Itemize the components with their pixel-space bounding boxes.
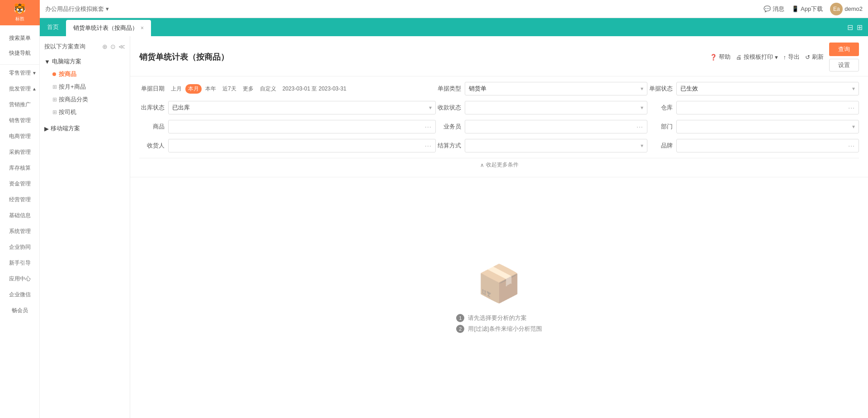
- tab-bar: 首页 销货单统计表（按商品） × ⊟ ⊞: [40, 18, 868, 36]
- sidebar-item-sales[interactable]: 销售管理: [0, 112, 39, 128]
- goods-dots[interactable]: ···: [425, 123, 432, 130]
- filter-receipt-status: 收款状态 ▾: [436, 101, 647, 114]
- collapse-icon: ∧: [480, 162, 484, 168]
- salesperson-control[interactable]: ···: [465, 120, 647, 133]
- dept-control[interactable]: ▾: [676, 120, 859, 133]
- date-tab-7days[interactable]: 近7天: [220, 84, 239, 94]
- sidebar-item-finance[interactable]: 资金管理: [0, 176, 39, 191]
- doc-status-control[interactable]: 已生效 ▾: [676, 82, 859, 95]
- brand-control[interactable]: ···: [676, 139, 859, 152]
- tab-active[interactable]: 销货单统计表（按商品） ×: [66, 20, 151, 36]
- warehouse-control[interactable]: ···: [676, 101, 859, 114]
- doc-type-control[interactable]: 销货单 ▾: [465, 82, 647, 95]
- app-download-label: App下载: [801, 5, 823, 13]
- tabs-right-actions: ⊟ ⊞: [847, 23, 868, 32]
- date-tab-more[interactable]: 更多: [240, 84, 256, 94]
- query-button[interactable]: 查询: [829, 43, 859, 56]
- sidebar-item-newbie[interactable]: 新手引导: [0, 255, 39, 271]
- setting-button[interactable]: 设置: [829, 59, 859, 71]
- tree-mobile-parent[interactable]: ▶ 移动端方案: [40, 122, 130, 135]
- brand-label: 品牌: [647, 142, 673, 150]
- receipt-status-label: 收款状态: [436, 104, 461, 112]
- topbar-right: 💬 消息 📱 App下载 Ea demo2: [764, 3, 863, 15]
- filter-brand: 品牌 ···: [647, 139, 859, 152]
- print-btn[interactable]: 🖨 按模板打印 ▾: [736, 53, 778, 61]
- help-btn[interactable]: ❓ 帮助: [710, 53, 731, 61]
- tree-desktop-parent[interactable]: ▼ 电脑端方案: [40, 55, 130, 68]
- receiver-control[interactable]: ···: [168, 139, 436, 152]
- collapse-panel-icon[interactable]: ≪: [118, 43, 125, 50]
- tab-close-icon[interactable]: ×: [141, 25, 144, 31]
- filter-goods: 商品 ···: [139, 120, 436, 133]
- sidebar-item-wechat[interactable]: 企业微信: [0, 286, 39, 302]
- page-title: 销货单统计表（按商品）: [139, 52, 229, 62]
- tree-driver-icon: ⊞: [52, 109, 57, 115]
- basic-info-label: 基础信息: [9, 212, 31, 219]
- sidebar-search-section: 搜索菜单 快捷导航: [0, 25, 39, 65]
- salesperson-dots[interactable]: ···: [637, 123, 643, 130]
- payment-control[interactable]: ▾: [465, 139, 647, 152]
- export-btn[interactable]: ↑ 导出: [783, 53, 800, 61]
- tree-child-month-goods[interactable]: ⊞ 按月+商品: [40, 81, 130, 93]
- message-icon: 💬: [764, 5, 771, 12]
- sidebar-item-app-center[interactable]: 应用中心: [0, 271, 39, 286]
- topbar: 办公用品行业模拟账套 ▾ 💬 消息 📱 App下载 Ea demo2: [40, 0, 868, 18]
- message-btn[interactable]: 💬 消息: [764, 5, 784, 13]
- app-download-btn[interactable]: 📱 App下载: [792, 5, 823, 13]
- receipt-status-control[interactable]: ▾: [465, 101, 647, 114]
- sidebar-item-operations[interactable]: 经营管理: [0, 191, 39, 207]
- shortcut-nav-label[interactable]: 快捷导航: [0, 45, 39, 60]
- tab-maximize-icon[interactable]: ⊞: [857, 23, 863, 32]
- tree-child-driver[interactable]: ⊞ 按司机: [40, 106, 130, 119]
- refresh-scheme-icon[interactable]: ⊙: [110, 43, 116, 50]
- add-scheme-icon[interactable]: ⊕: [102, 43, 108, 50]
- doc-status-value: 已生效: [680, 85, 852, 93]
- sidebar-item-member[interactable]: 畅会员: [0, 302, 39, 318]
- user-profile[interactable]: Ea demo2: [830, 3, 863, 15]
- sidebar-item-ecommerce[interactable]: 电商管理: [0, 128, 39, 144]
- inventory-label: 库存核算: [9, 164, 31, 172]
- sidebar-item-inventory[interactable]: 库存核算: [0, 160, 39, 176]
- active-dot: [52, 72, 56, 76]
- sidebar-item-retail[interactable]: 零售管理 ▼: [0, 65, 39, 81]
- sidebar-item-system[interactable]: 系统管理: [0, 223, 39, 239]
- collapse-bar[interactable]: ∧ 收起更多条件: [139, 158, 859, 171]
- sidebar-item-basic-info[interactable]: 基础信息: [0, 207, 39, 223]
- retail-label: 零售管理: [9, 69, 31, 77]
- hint-num-2: 2: [456, 325, 464, 333]
- date-tab-this-year[interactable]: 本年: [203, 84, 219, 94]
- refresh-btn[interactable]: ↺ 刷新: [805, 53, 824, 61]
- page-header-actions: ❓ 帮助 🖨 按模板打印 ▾ ↑ 导出 ↺ 刷新: [710, 43, 859, 71]
- sidebar-item-wholesale[interactable]: 批发管理 ▲: [0, 81, 39, 96]
- member-label: 畅会员: [12, 307, 28, 314]
- sidebar-item-marketing[interactable]: 营销推广: [0, 96, 39, 112]
- message-label: 消息: [773, 5, 784, 13]
- tree-mobile-expand-icon: ▶: [44, 125, 49, 132]
- tree-child-goods-category[interactable]: ⊞ 按商品分类: [40, 93, 130, 106]
- warehouse-label: 仓库: [647, 104, 673, 112]
- search-menu-label[interactable]: 搜索菜单: [0, 30, 39, 45]
- filter-row-2: 出库状态 已出库 ▾ 收款状态 ▾ 仓库: [139, 101, 859, 114]
- industry-selector[interactable]: 办公用品行业模拟账套 ▾: [45, 5, 109, 13]
- sidebar-logo: 🐯 标胜: [0, 0, 40, 25]
- tree-child-by-goods[interactable]: 按商品: [40, 68, 130, 81]
- sidebar-item-purchase[interactable]: 采购管理: [0, 144, 39, 160]
- tree-month-goods-icon: ⊞: [52, 84, 57, 90]
- tab-minimize-icon[interactable]: ⊟: [847, 23, 853, 32]
- filter-dept: 部门 ▾: [647, 120, 859, 133]
- sidebar-item-collab[interactable]: 企业协同: [0, 239, 39, 255]
- receiver-dots[interactable]: ···: [425, 142, 432, 149]
- left-panel-actions: ⊕ ⊙ ≪: [102, 43, 125, 50]
- warehouse-dots[interactable]: ···: [848, 104, 855, 111]
- left-panel: 按以下方案查询 ⊕ ⊙ ≪ ▼ 电脑端方案 按商品 ⊞ 按月+商: [40, 36, 130, 418]
- date-tab-last-month[interactable]: 上月: [168, 84, 184, 94]
- logo-icon: 🐯: [14, 3, 26, 15]
- goods-control[interactable]: ···: [168, 120, 436, 133]
- salesperson-label: 业务员: [436, 123, 461, 131]
- tab-home[interactable]: 首页: [40, 18, 66, 36]
- brand-dots[interactable]: ···: [848, 142, 855, 149]
- out-status-control[interactable]: 已出库 ▾: [168, 101, 436, 114]
- industry-label: 办公用品行业模拟账套: [45, 5, 104, 13]
- date-tab-custom[interactable]: 自定义: [257, 84, 279, 94]
- date-tab-this-month[interactable]: 本月: [185, 84, 202, 94]
